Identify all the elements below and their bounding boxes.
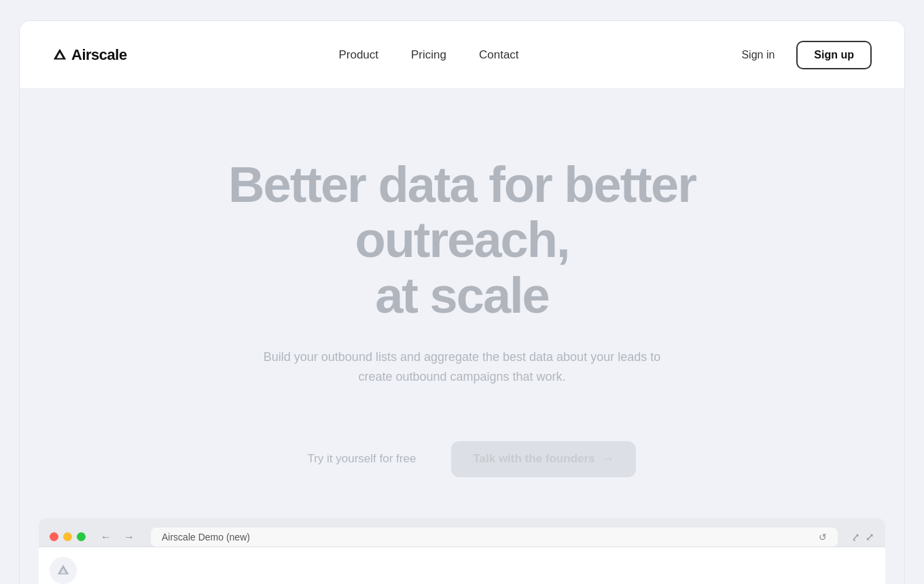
browser-mockup: ← → Airscale Demo (new) ↺ ⤤ ⤢: [20, 518, 904, 584]
browser-content-icon: [50, 557, 77, 584]
hero-section: Better data for better outreach, at scal…: [20, 89, 904, 518]
browser-action-buttons: ⤤ ⤢: [851, 531, 874, 543]
signin-button[interactable]: Sign in: [730, 44, 785, 67]
try-free-button[interactable]: Try it yourself for free: [288, 443, 435, 475]
browser-expand-button[interactable]: ⤢: [866, 531, 874, 543]
logo[interactable]: Airscale: [52, 46, 127, 64]
nav-links: Product Pricing Contact: [338, 48, 518, 62]
browser-address-text: Airscale Demo (new): [162, 532, 250, 543]
navbar: Airscale Product Pricing Contact Sign in…: [20, 21, 904, 89]
dot-red[interactable]: [50, 532, 58, 541]
browser-external-button[interactable]: ⤤: [851, 531, 860, 543]
logo-icon: [52, 48, 67, 63]
nav-link-pricing[interactable]: Pricing: [411, 48, 446, 62]
browser-back-button[interactable]: ←: [98, 530, 114, 545]
logo-text: Airscale: [71, 46, 127, 64]
dot-green[interactable]: [77, 532, 86, 541]
browser-dots: [50, 532, 86, 541]
signup-button[interactable]: Sign up: [796, 41, 872, 69]
talk-founders-label: Talk with the founders: [473, 452, 594, 466]
browser-chrome: ← → Airscale Demo (new) ↺ ⤤ ⤢: [39, 518, 885, 547]
nav-link-contact[interactable]: Contact: [479, 48, 519, 62]
hero-title-line2: at scale: [375, 267, 549, 324]
hero-title: Better data for better outreach, at scal…: [156, 157, 768, 323]
browser-content: [39, 547, 885, 584]
browser-top-bar: ← → Airscale Demo (new) ↺ ⤤ ⤢: [50, 528, 874, 547]
hero-actions: Try it yourself for free Talk with the f…: [288, 441, 635, 477]
nav-link-product[interactable]: Product: [338, 48, 378, 62]
nav-actions: Sign in Sign up: [730, 41, 872, 69]
browser-nav-buttons: ← →: [98, 530, 137, 545]
talk-founders-arrow: →: [602, 452, 614, 466]
browser-address-bar[interactable]: Airscale Demo (new) ↺: [151, 528, 838, 547]
browser-forward-button[interactable]: →: [121, 530, 137, 545]
talk-founders-button[interactable]: Talk with the founders →: [451, 441, 635, 477]
hero-title-line1: Better data for better outreach,: [228, 156, 696, 268]
browser-reload-button[interactable]: ↺: [819, 532, 827, 543]
dot-yellow[interactable]: [63, 532, 72, 541]
hero-subtitle: Build your outbound lists and aggregate …: [258, 347, 666, 387]
